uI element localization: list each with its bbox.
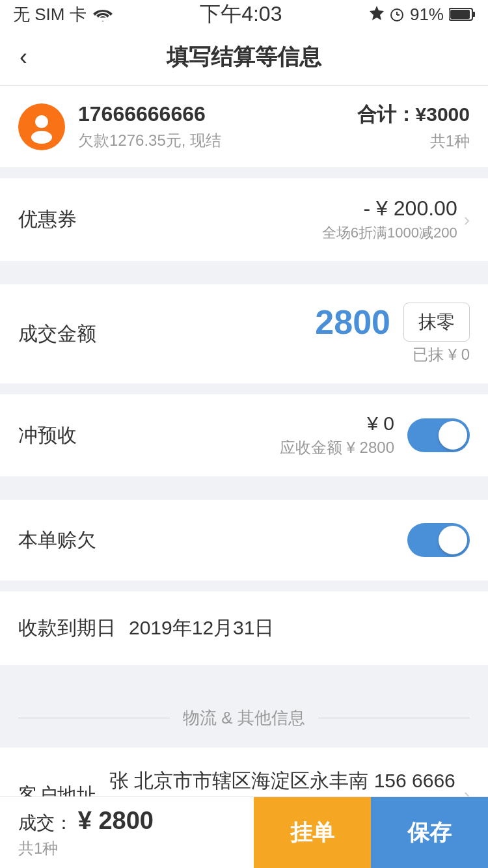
content-area: 17666666666 欠款1276.35元, 现结 合计：¥3000 共1种 …: [0, 86, 488, 868]
sim-status: 无 SIM 卡: [13, 3, 87, 26]
avatar: [18, 103, 65, 150]
coupon-desc: 全场6折满1000减200: [322, 223, 457, 243]
chong-toggle[interactable]: [407, 418, 470, 452]
page-title: 填写结算等信息: [167, 42, 321, 72]
toggle-knob-que-qian: [439, 526, 467, 554]
bottom-total: 成交： ¥ 2800: [18, 807, 236, 835]
section-divider-2: [0, 487, 488, 500]
svg-rect-4: [472, 12, 475, 17]
bottom-bar: 成交： ¥ 2800 共1种 挂单 保存: [0, 796, 488, 868]
coupon-right: - ¥ 200.00 全场6折满1000减200 ›: [322, 197, 470, 243]
coupon-discount: - ¥ 200.00: [322, 197, 457, 221]
transaction-right: 2800 抹零 已抹 ¥ 0: [315, 303, 470, 365]
coupon-label: 优惠券: [18, 206, 77, 233]
logistics-line-left: [18, 718, 170, 718]
logistics-line-right: [318, 718, 470, 718]
battery-percent: 91%: [410, 5, 444, 25]
battery-icon: [449, 7, 475, 21]
que-qian-label: 本单赊欠: [18, 527, 407, 554]
expiry-label: 收款到期日: [18, 615, 116, 642]
que-qian-toggle[interactable]: [407, 523, 470, 557]
chong-amount-block: ¥ 0 应收金额 ¥ 2800: [280, 413, 394, 458]
alarm-icon: [389, 7, 405, 22]
transaction-label: 成交金额: [18, 321, 96, 347]
location-icon: [370, 6, 384, 23]
bottom-summary: 成交： ¥ 2800 共1种: [0, 807, 254, 859]
erase-button[interactable]: 抹零: [403, 303, 470, 342]
status-left: 无 SIM 卡: [13, 3, 113, 26]
status-time: 下午4:03: [200, 0, 282, 29]
expiry-date-value: 2019年12月31日: [129, 615, 274, 642]
bottom-summary-label: 成交：: [18, 813, 73, 833]
customer-debt: 欠款1276.35元, 现结: [78, 130, 357, 151]
svg-rect-5: [450, 10, 470, 19]
nav-bar: ‹ 填写结算等信息: [0, 29, 488, 86]
bottom-summary-amount: ¥ 2800: [78, 807, 154, 834]
customer-phone: 17666666666: [78, 102, 357, 126]
transaction-row: 成交金额 2800 抹零 已抹 ¥ 0: [0, 284, 488, 384]
wifi-icon: [93, 7, 113, 21]
chong-amount: ¥ 0: [280, 413, 394, 435]
back-button[interactable]: ‹: [13, 37, 34, 77]
svg-point-6: [35, 115, 48, 128]
hang-button[interactable]: 挂单: [254, 797, 371, 869]
customer-row: 17666666666 欠款1276.35元, 现结 合计：¥3000 共1种: [0, 86, 488, 168]
erased-hint: 已抹 ¥ 0: [315, 344, 470, 365]
coupon-info: - ¥ 200.00 全场6折满1000减200: [322, 197, 457, 243]
total-count: 共1种: [357, 131, 470, 152]
expiry-row: 收款到期日 2019年12月31日: [0, 591, 488, 665]
total-amount: 合计：¥3000: [357, 102, 470, 128]
save-button[interactable]: 保存: [371, 797, 488, 869]
customer-total: 合计：¥3000 共1种: [357, 102, 470, 152]
coupon-row[interactable]: 优惠券 - ¥ 200.00 全场6折满1000减200 ›: [0, 178, 488, 261]
status-right: 91%: [370, 5, 475, 25]
transaction-amount-value: 2800: [315, 303, 390, 342]
person-icon: [25, 110, 59, 144]
chong-receivable: 应收金额 ¥ 2800: [280, 437, 394, 458]
section-divider-1: [0, 271, 488, 284]
logistics-text: 物流 & 其他信息: [170, 707, 318, 729]
transaction-row-right: 2800 抹零: [315, 303, 470, 342]
que-qian-row: 本单赊欠: [0, 500, 488, 581]
chong-row: 冲预收 ¥ 0 应收金额 ¥ 2800: [0, 394, 488, 476]
section-divider-3: [0, 675, 488, 688]
status-bar: 无 SIM 卡 下午4:03 91%: [0, 0, 488, 29]
svg-point-7: [31, 131, 52, 144]
logistics-divider: 物流 & 其他信息: [0, 688, 488, 748]
bottom-count: 共1种: [18, 838, 236, 859]
coupon-chevron: ›: [464, 210, 470, 230]
toggle-knob-chong: [439, 421, 467, 450]
customer-info: 17666666666 欠款1276.35元, 现结: [78, 102, 357, 151]
chong-right: ¥ 0 应收金额 ¥ 2800: [280, 413, 470, 458]
chong-label: 冲预收: [18, 422, 280, 449]
